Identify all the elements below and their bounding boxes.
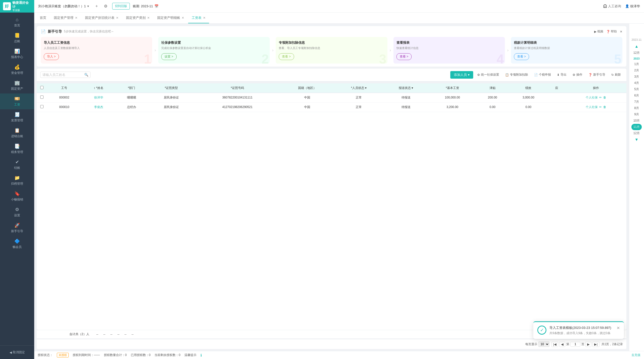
- account-dropdown-icon[interactable]: ▾: [87, 4, 89, 8]
- toolbar-btn-操作[interactable]: ⚙操作: [571, 72, 584, 78]
- last-page-btn[interactable]: ▶|: [592, 342, 599, 347]
- warning-icon[interactable]: ℹ: [200, 353, 202, 357]
- toolbar-btn-专项附加扣除[interactable]: 📋专项附加扣除: [503, 72, 530, 78]
- toolbar-btn-统一社保设置[interactable]: ⚙统一社保设置: [475, 72, 501, 78]
- month-item-6月[interactable]: 6月: [631, 92, 642, 99]
- tab-close-btn[interactable]: ✕: [116, 16, 118, 20]
- tab-固定资产折旧统计表[interactable]: 固定资产折旧统计表✕: [82, 13, 122, 23]
- step-btn-5[interactable]: 查看 >: [514, 53, 529, 60]
- step-btn-2[interactable]: 设置 >: [161, 53, 176, 60]
- toolbar-btn-刷新[interactable]: ↻刷新: [609, 72, 623, 78]
- sidebar-item-工资[interactable]: 💴工资: [0, 93, 34, 109]
- sidebar-icon: 💴: [14, 96, 20, 101]
- guide-close-btn[interactable]: ✕: [620, 30, 622, 33]
- tab-固定资产明细账[interactable]: 固定资产明细账✕: [154, 13, 188, 23]
- action-social-btn[interactable]: 个人社保: [586, 105, 598, 109]
- month-item-4月[interactable]: 4月: [631, 80, 642, 86]
- calendar-icon[interactable]: 📅: [154, 4, 158, 8]
- tab-close-btn[interactable]: ✕: [147, 16, 150, 20]
- sidebar-item-畅会员[interactable]: 🔷畅会员: [0, 236, 34, 252]
- step-btn-3[interactable]: 查看 >: [279, 53, 294, 60]
- tab-首页[interactable]: 首页: [36, 13, 50, 23]
- sidebar-icon: 💰: [14, 64, 20, 70]
- action-delete-btn[interactable]: 🗑: [603, 105, 606, 109]
- tab-固定资产类别[interactable]: 固定资产类别✕: [123, 13, 153, 23]
- month-item-11月[interactable]: 11月: [631, 124, 642, 130]
- cell-performance: 0.00: [509, 102, 548, 112]
- sidebar-item-设置[interactable]: ⚙设置: [0, 204, 34, 220]
- sidebar-item-进销台账[interactable]: 📋进销台账: [0, 125, 34, 141]
- notif-title: 导入工资表模板(2023-03-23 15:07:59.897): [549, 326, 614, 330]
- recharge-link[interactable]: 去充值: [631, 353, 640, 357]
- ai-consult-btn[interactable]: 🎧 人工咨询: [603, 4, 621, 9]
- add-person-btn[interactable]: 添加人员 ▾: [450, 71, 473, 79]
- tab-工资表[interactable]: 工资表✕: [188, 13, 209, 23]
- toolbar-btn-新手引导[interactable]: ❓新手引导: [586, 72, 607, 78]
- sidebar-item-首页[interactable]: ⌂首页: [0, 15, 34, 30]
- tab-close-btn[interactable]: ✕: [182, 16, 184, 20]
- month-item-10月[interactable]: 10月: [631, 118, 642, 124]
- action-social-btn[interactable]: 个人社保: [586, 95, 598, 100]
- sidebar-item-归档管理[interactable]: 📁归档管理: [0, 173, 34, 188]
- step-btn-1[interactable]: 导入 >: [44, 53, 59, 60]
- date-panel: 2023.11 ▲ 12月20231月2月3月4月5月6月7月8月9月10月11…: [629, 24, 644, 351]
- total-info: 合计共（2）人: [69, 332, 89, 336]
- action-delete-btn[interactable]: 🗑: [603, 96, 606, 99]
- month-item-1月[interactable]: 1月: [631, 61, 642, 67]
- action-edit-btn[interactable]: ✏: [599, 96, 602, 99]
- guide-video-link[interactable]: ▶ 视频: [594, 29, 603, 34]
- month-item-2023[interactable]: 2023: [631, 56, 642, 61]
- prev-page-btn[interactable]: ◀: [559, 342, 565, 347]
- action-icon: ❓: [588, 73, 592, 77]
- step-arrow-4: ›: [505, 37, 511, 64]
- toolbar-btn-个税申报[interactable]: 📄个税申报: [532, 72, 553, 78]
- sidebar-icon: 📁: [14, 175, 20, 181]
- guide-doc-icon: 📄: [41, 29, 46, 34]
- action-icon: 📄: [534, 73, 538, 77]
- cell-status: 正常: [335, 102, 383, 112]
- month-item-12月[interactable]: 12月: [631, 130, 642, 136]
- sidebar-item-报表中心[interactable]: 📊报表中心: [0, 46, 34, 62]
- toolbar-btn-导出[interactable]: ⬇导出: [555, 72, 569, 78]
- sidebar-item-总账[interactable]: 📒总账: [0, 30, 34, 46]
- month-item-9月[interactable]: 9月: [631, 111, 642, 118]
- month-item-8月[interactable]: 8月: [631, 105, 642, 111]
- sidebar-icon: 🔷: [14, 238, 20, 244]
- guide-help-link[interactable]: ❓ 帮助: [606, 29, 617, 34]
- month-item-2月[interactable]: 2月: [631, 67, 642, 74]
- step-btn-4[interactable]: 查看 >: [396, 53, 412, 60]
- month-item-3月[interactable]: 3月: [631, 74, 642, 80]
- year-down-btn[interactable]: ▼: [634, 136, 640, 143]
- sidebar-item-资金管理[interactable]: 💰资金管理: [0, 62, 34, 78]
- tab-close-btn[interactable]: ✕: [203, 16, 206, 20]
- sidebar-item-新手引导[interactable]: 🚀新手引导: [0, 220, 34, 236]
- tab-close-btn[interactable]: ✕: [75, 16, 77, 20]
- sidebar-item-固定资产[interactable]: 🏢固定资产: [0, 78, 34, 93]
- search-input[interactable]: [43, 73, 83, 77]
- sidebar-item-税务管理[interactable]: 📑税务管理: [0, 141, 34, 157]
- month-item-12月[interactable]: 12月: [631, 50, 642, 56]
- row-checkbox[interactable]: [40, 105, 44, 108]
- first-page-btn[interactable]: |◀: [551, 342, 558, 347]
- cancel-fixed-btn[interactable]: ◀ 取消固定: [0, 348, 34, 356]
- settings-btn[interactable]: ⚙: [102, 3, 109, 10]
- month-item-7月[interactable]: 7月: [631, 99, 642, 105]
- select-all-checkbox[interactable]: [40, 86, 44, 89]
- cell-name[interactable]: 徐泽华: [82, 93, 115, 102]
- notif-close-btn[interactable]: ✕: [617, 326, 620, 330]
- tab-固定资产管理[interactable]: 固定资产管理✕: [50, 13, 81, 23]
- action-edit-btn[interactable]: ✏: [599, 105, 602, 109]
- cell-name[interactable]: 李俊杰: [82, 102, 115, 112]
- sidebar-item-结账[interactable]: ✔结账: [0, 157, 34, 173]
- next-page-btn[interactable]: ▶: [585, 342, 591, 347]
- year-up-btn[interactable]: ▲: [634, 43, 640, 50]
- page-size-dropdown[interactable]: 10 20 50: [538, 341, 549, 347]
- row-checkbox[interactable]: [40, 95, 44, 99]
- switch-version-btn[interactable]: 切到旧版: [112, 3, 130, 10]
- add-account-btn[interactable]: ＋: [93, 3, 100, 10]
- month-item-5月[interactable]: 5月: [631, 86, 642, 92]
- user-info[interactable]: 👤 徐泽华: [625, 4, 640, 9]
- sidebar-item-小畅报销[interactable]: 🔖小畅报销: [0, 188, 34, 204]
- page-num-input[interactable]: [570, 342, 580, 347]
- sidebar-item-发票管理[interactable]: 🧾发票管理: [0, 109, 34, 125]
